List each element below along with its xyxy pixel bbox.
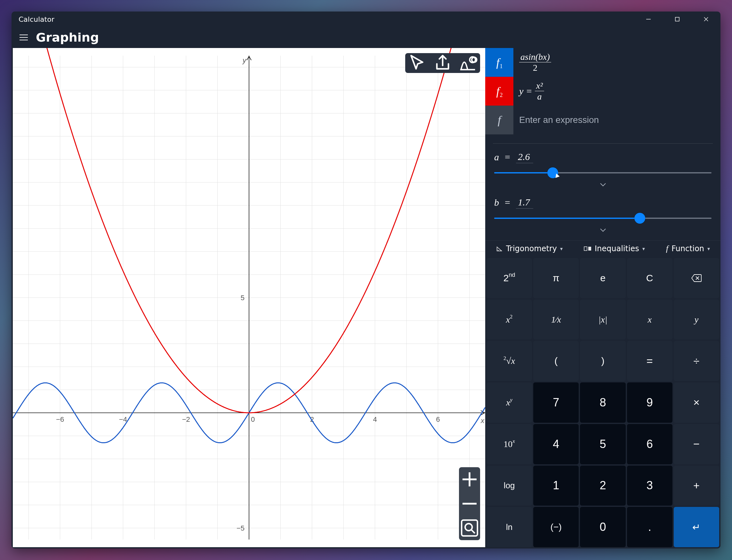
minimize-button[interactable] (634, 12, 663, 27)
key-4[interactable]: 4 (533, 424, 579, 464)
var-a-value[interactable]: 2.6 (516, 151, 533, 163)
key-sqrt[interactable]: 2√x (487, 341, 532, 381)
keypad-menu-row: Trigonometry ▾ Inequalities ▾ f Function… (485, 240, 720, 257)
function-menu[interactable]: f Function ▾ (666, 244, 710, 253)
key-x-pow-y[interactable]: xy (487, 382, 532, 423)
var-a-expand[interactable] (494, 178, 712, 194)
chevron-down-icon: ▾ (560, 246, 563, 252)
function-2-badge[interactable]: f2 (485, 77, 513, 106)
variable-b-block: b = 1.7 (485, 195, 720, 240)
zoom-in-button[interactable] (459, 467, 480, 492)
maximize-button[interactable] (663, 12, 692, 27)
svg-rect-57 (462, 520, 478, 536)
svg-text:0: 0 (251, 415, 255, 423)
key-3[interactable]: 3 (627, 466, 672, 506)
key-decimal[interactable]: . (627, 507, 672, 547)
graph-options-button[interactable] (455, 53, 480, 73)
trigonometry-menu[interactable]: Trigonometry ▾ (496, 244, 563, 253)
svg-text:5: 5 (241, 294, 245, 302)
key-x[interactable]: x (627, 300, 672, 340)
key-10-pow-x[interactable]: 10x (487, 424, 532, 464)
function-row-new[interactable]: f Enter an expression (485, 106, 720, 134)
var-a-slider[interactable] (494, 168, 712, 178)
key-e[interactable]: e (580, 258, 625, 298)
var-a-name: a (494, 152, 499, 163)
key-2nd[interactable]: 2nd (487, 258, 532, 298)
key-enter[interactable]: ↵ (674, 507, 719, 547)
key-abs[interactable]: |x| (580, 300, 625, 340)
window-controls (634, 12, 720, 27)
content: 0246−6−4−25−5yx (12, 48, 720, 548)
key-7[interactable]: 7 (533, 382, 579, 423)
svg-line-59 (471, 530, 475, 533)
function-1-expression[interactable]: asin(bx) 2 (513, 48, 720, 77)
header: Graphing (12, 27, 720, 48)
variable-a-block: a = 2.6 (485, 149, 720, 195)
var-b-slider[interactable] (494, 213, 712, 223)
key-minus[interactable]: − (674, 424, 719, 464)
menu-icon[interactable] (17, 31, 30, 44)
titlebar: Calculator (12, 12, 720, 27)
svg-point-58 (465, 524, 472, 531)
key-x-squared[interactable]: x2 (487, 300, 532, 340)
key-1[interactable]: 1 (533, 466, 579, 506)
key-equals[interactable]: = (627, 341, 672, 381)
close-button[interactable] (692, 12, 720, 27)
key-ln[interactable]: ln (487, 507, 532, 547)
key-9[interactable]: 9 (627, 382, 672, 423)
graph-toolbar (405, 53, 480, 73)
function-icon: f (666, 244, 668, 253)
svg-text:4: 4 (373, 415, 377, 423)
key-reciprocal[interactable]: 1⁄x (533, 300, 579, 340)
key-divide[interactable]: ÷ (674, 341, 719, 381)
key-0[interactable]: 0 (580, 507, 625, 547)
key-6[interactable]: 6 (627, 424, 672, 464)
svg-text:y: y (242, 56, 247, 64)
chevron-down-icon: ▾ (707, 246, 710, 252)
key-5[interactable]: 5 (580, 424, 625, 464)
key-2[interactable]: 2 (580, 466, 625, 506)
function-2-expression[interactable]: y = x² a (513, 77, 720, 106)
inequalities-menu[interactable]: Inequalities ▾ (584, 244, 645, 253)
trace-cursor-button[interactable] (405, 53, 430, 73)
f-glyph: f (496, 56, 499, 69)
graph-svg: 0246−6−4−25−5yx (13, 48, 485, 547)
key-8[interactable]: 8 (580, 382, 625, 423)
var-b-expand[interactable] (494, 223, 712, 239)
function-new-badge[interactable]: f (485, 106, 513, 134)
variable-b-line: b = 1.7 (494, 196, 712, 209)
svg-text:6: 6 (436, 415, 440, 423)
share-button[interactable] (430, 53, 455, 73)
svg-text:−4: −4 (119, 415, 127, 423)
key-multiply[interactable]: × (674, 382, 719, 423)
chevron-down-icon: ▾ (642, 246, 645, 252)
function-row-2[interactable]: f2 y = x² a (485, 77, 720, 106)
svg-rect-61 (588, 247, 591, 251)
function-row-1[interactable]: f1 asin(bx) 2 (485, 48, 720, 77)
graph-canvas[interactable]: 0246−6−4−25−5yx (13, 48, 485, 547)
mode-title: Graphing (36, 30, 99, 44)
chevron-down-icon (600, 183, 606, 187)
key-log[interactable]: log (487, 466, 532, 506)
key-clear[interactable]: C (627, 258, 672, 298)
key-negate[interactable]: (−) (533, 507, 579, 547)
key-rparen[interactable]: ) (580, 341, 625, 381)
key-pi[interactable]: π (533, 258, 579, 298)
f-glyph: f (498, 113, 501, 127)
right-panel: f1 asin(bx) 2 f2 y = (485, 48, 720, 548)
var-b-value[interactable]: 1.7 (516, 196, 533, 209)
backspace-icon (691, 274, 702, 282)
key-y[interactable]: y (674, 300, 719, 340)
zoom-out-button[interactable] (459, 492, 480, 516)
var-a-slider-thumb[interactable] (547, 167, 558, 178)
function-new-input[interactable]: Enter an expression (513, 106, 720, 134)
var-b-slider-thumb[interactable] (634, 213, 645, 224)
zoom-controls (459, 467, 480, 540)
key-lparen[interactable]: ( (533, 341, 579, 381)
zoom-fit-button[interactable] (459, 516, 480, 540)
key-backspace[interactable] (674, 258, 719, 298)
key-plus[interactable]: + (674, 466, 719, 506)
svg-text:−6: −6 (56, 415, 64, 423)
function-1-badge[interactable]: f1 (485, 48, 513, 77)
svg-text:−2: −2 (182, 415, 190, 423)
